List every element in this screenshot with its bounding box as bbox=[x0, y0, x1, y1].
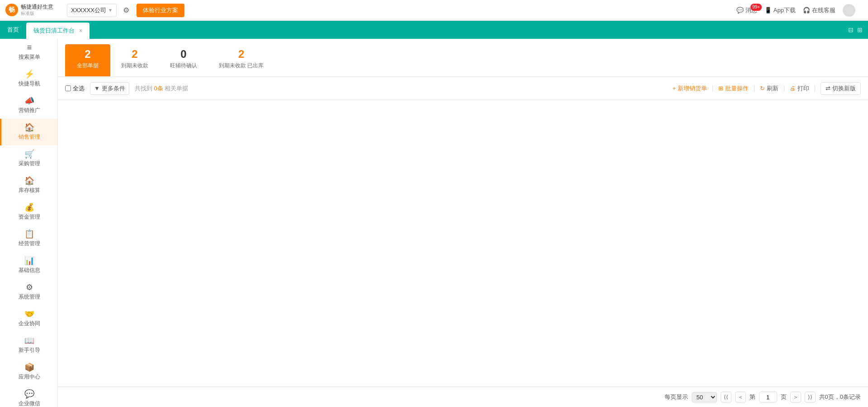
toolbar-divider-1 bbox=[712, 85, 713, 92]
sidebar-label-purchase: 采购管理 bbox=[19, 160, 40, 168]
company-dropdown-arrow: ▼ bbox=[108, 8, 113, 13]
marketing-icon: 📣 bbox=[24, 97, 34, 105]
experience-btn[interactable]: 体验行业方案 bbox=[137, 4, 184, 17]
switch-version-btn[interactable]: ⇄ 切换新版 bbox=[821, 82, 861, 95]
found-prefix: 共找到 bbox=[135, 85, 152, 92]
sidebar-item-purchase[interactable]: 🛒 采购管理 bbox=[0, 145, 57, 172]
tab-close-icon[interactable]: × bbox=[79, 28, 82, 34]
logo-text-group: 畅捷通好生意 标准版 bbox=[21, 4, 53, 16]
filter-icon: ▼ bbox=[94, 85, 100, 92]
page-label-2: 页 bbox=[781, 393, 787, 401]
sidebar-label-inventory: 库存核算 bbox=[19, 187, 40, 194]
sidebar-item-quick-nav[interactable]: ⚡ 快捷导航 bbox=[0, 65, 57, 92]
app-center-icon: 📦 bbox=[24, 363, 34, 371]
print-btn[interactable]: 🖨 打印 bbox=[790, 84, 809, 93]
new-order-btn[interactable]: + 新增销货单 bbox=[672, 84, 707, 93]
page-label: 第 bbox=[750, 393, 755, 401]
toolbar-divider-2 bbox=[754, 85, 755, 92]
new-order-label: 新增销货单 bbox=[678, 84, 707, 93]
batch-label: 批量操作 bbox=[725, 84, 749, 93]
sidebar-item-search-menu[interactable]: ≡ 搜索菜单 bbox=[0, 39, 57, 65]
operations-icon: 📋 bbox=[24, 230, 34, 238]
refresh-btn[interactable]: ↻ 刷新 bbox=[760, 84, 778, 93]
filter-btn[interactable]: ▼ 更多条件 bbox=[90, 82, 129, 95]
tab-home[interactable]: 首页 bbox=[0, 21, 26, 39]
sidebar-item-enterprise[interactable]: 🤝 企业协同 bbox=[0, 305, 57, 332]
sidebar-item-guide[interactable]: 📖 新手引导 bbox=[0, 332, 57, 359]
sidebar-item-basic-info[interactable]: 📊 基础信息 bbox=[0, 252, 57, 279]
sidebar-label-app-center: 应用中心 bbox=[19, 373, 40, 381]
sidebar-label-sales: 销售管理 bbox=[19, 133, 40, 141]
stat-tab-overdue[interactable]: 2 到期未收款 bbox=[110, 44, 159, 76]
app-download-label: App下载 bbox=[774, 6, 796, 14]
logo-area: 畅 畅捷通好生意 标准版 bbox=[5, 4, 63, 16]
plus-icon: + bbox=[672, 85, 676, 92]
page-first-btn[interactable]: ⟨⟨ bbox=[721, 392, 731, 402]
stat-pending-number: 0 bbox=[180, 48, 186, 61]
table-area bbox=[58, 101, 868, 386]
sidebar-item-marketing[interactable]: 📣 营销推广 bbox=[0, 92, 57, 119]
tab-home-label: 首页 bbox=[7, 26, 19, 34]
select-all-label: 全选 bbox=[73, 84, 85, 93]
system-icon: ⚙ bbox=[26, 283, 33, 291]
company-selector[interactable]: XXXXXX公司 ▼ bbox=[67, 4, 117, 17]
sidebar-item-system[interactable]: ⚙ 系统管理 bbox=[0, 279, 57, 305]
stat-all-label: 全部单据 bbox=[77, 62, 99, 70]
stat-shipped-number: 2 bbox=[238, 48, 244, 61]
refresh-label: 刷新 bbox=[767, 84, 778, 93]
tab-work[interactable]: 钱货日清工作台 × bbox=[26, 23, 90, 39]
sidebar-label-basic-info: 基础信息 bbox=[19, 267, 40, 274]
settings-button[interactable]: ⚙ bbox=[119, 4, 133, 17]
content-area: 2 全部单据 2 到期未收款 0 旺辅待确认 2 到期未收款 已出库 全选 bbox=[58, 39, 868, 407]
select-all-checkbox[interactable]: 全选 bbox=[65, 84, 85, 93]
page-size-select[interactable]: 50 10 20 100 bbox=[692, 392, 717, 402]
batch-operation-btn[interactable]: ⊞ 批量操作 bbox=[718, 84, 749, 93]
guide-icon: 📖 bbox=[24, 337, 34, 345]
stat-shipped-label: 到期未收款 已出库 bbox=[219, 62, 264, 70]
headset-icon: 🎧 bbox=[803, 7, 810, 14]
sidebar-label-enterprise: 企业协同 bbox=[19, 320, 40, 327]
toolbar-divider-3 bbox=[784, 85, 784, 92]
stat-tab-pending[interactable]: 0 旺辅待确认 bbox=[159, 44, 208, 76]
company-name: XXXXXX公司 bbox=[71, 6, 106, 14]
main-layout: ≡ 搜索菜单 ⚡ 快捷导航 📣 营销推广 🏠 销售管理 🛒 采购管理 🏠 库存核… bbox=[0, 39, 868, 407]
sidebar-item-operations[interactable]: 📋 经营管理 bbox=[0, 225, 57, 252]
message-icon: 💬 bbox=[736, 7, 744, 14]
sidebar-item-wechat[interactable]: 💬 企业微信 bbox=[0, 385, 57, 407]
page-prev-btn[interactable]: ＜ bbox=[735, 392, 746, 402]
sidebar-item-inventory[interactable]: 🏠 库存核算 bbox=[0, 172, 57, 199]
page-next-btn[interactable]: ＞ bbox=[790, 392, 801, 402]
sidebar-label-system: 系统管理 bbox=[19, 293, 40, 301]
select-all-input[interactable] bbox=[65, 85, 71, 91]
sidebar: ≡ 搜索菜单 ⚡ 快捷导航 📣 营销推广 🏠 销售管理 🛒 采购管理 🏠 库存核… bbox=[0, 39, 58, 407]
finance-icon: 💰 bbox=[24, 203, 34, 211]
stat-tab-shipped[interactable]: 2 到期未收款 已出库 bbox=[208, 44, 274, 76]
sidebar-item-sales[interactable]: 🏠 销售管理 bbox=[0, 119, 57, 145]
sidebar-item-app-center[interactable]: 📦 应用中心 bbox=[0, 359, 57, 385]
total-text: 共0页，0条记录 bbox=[819, 393, 861, 401]
stat-tab-all[interactable]: 2 全部单据 bbox=[65, 44, 110, 76]
tab-maximize-icon[interactable]: ⊞ bbox=[857, 26, 863, 33]
inventory-icon: 🏠 bbox=[24, 177, 34, 185]
stats-tabs: 2 全部单据 2 到期未收款 0 旺辅待确认 2 到期未收款 已出库 bbox=[58, 39, 868, 77]
page-last-btn[interactable]: ⟩⟩ bbox=[805, 392, 816, 402]
online-service-label: 在线客服 bbox=[812, 6, 835, 14]
print-icon: 🖨 bbox=[790, 85, 796, 92]
sidebar-label-finance: 资金管理 bbox=[19, 213, 40, 221]
tab-minimize-icon[interactable]: ⊟ bbox=[848, 26, 854, 33]
found-count: 0条 bbox=[154, 85, 163, 92]
sidebar-item-finance[interactable]: 💰 资金管理 bbox=[0, 199, 57, 225]
logo-subtitle: 标准版 bbox=[21, 10, 53, 17]
toolbar-divider-4 bbox=[815, 85, 815, 92]
message-btn[interactable]: 💬 消息 99+ bbox=[736, 6, 757, 14]
app-download-btn[interactable]: 📱 App下载 bbox=[764, 6, 796, 14]
online-service-btn[interactable]: 🎧 在线客服 bbox=[803, 6, 835, 14]
page-size-label: 每页显示 bbox=[665, 393, 688, 401]
pagination: 每页显示 50 10 20 100 ⟨⟨ ＜ 第 页 ＞ ⟩⟩ 共0页，0条记录 bbox=[58, 387, 868, 407]
sidebar-label-quick-nav: 快捷导航 bbox=[19, 80, 40, 88]
sales-icon: 🏠 bbox=[24, 123, 34, 131]
sidebar-label-search-menu: 搜索菜单 bbox=[19, 53, 40, 61]
avatar[interactable] bbox=[843, 4, 855, 17]
refresh-icon: ↻ bbox=[760, 85, 765, 92]
page-input[interactable] bbox=[759, 392, 777, 402]
